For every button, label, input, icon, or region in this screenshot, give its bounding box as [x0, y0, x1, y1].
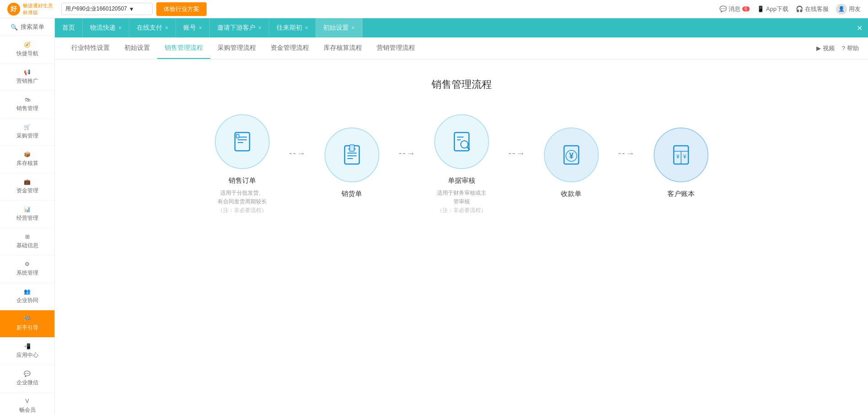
- wechat-icon: 💬: [24, 371, 31, 377]
- grid-icon: ⊞: [25, 234, 30, 240]
- nav-tab-logistics[interactable]: 物流快递 ×: [83, 18, 129, 37]
- sidebar-item-sales[interactable]: 🛍 销售管理: [0, 91, 54, 118]
- users-icon: 👥: [24, 288, 31, 295]
- box-icon: 📦: [24, 151, 31, 158]
- sidebar-item-inventory[interactable]: 📦 库存核算: [0, 146, 54, 173]
- flow-circle-sales-order: [215, 114, 270, 169]
- delivery-order-icon: [340, 143, 364, 167]
- cart-icon: 🛒: [24, 124, 31, 130]
- subtab-purchase-flow[interactable]: 采购管理流程: [210, 37, 263, 59]
- online-service-button[interactable]: 🎧 在线客服: [796, 5, 829, 13]
- nav-tab-close-icon[interactable]: ×: [258, 25, 261, 31]
- flow-circle-ledger: ¥ ¥: [654, 127, 708, 182]
- ledger-icon: ¥ ¥: [669, 143, 693, 167]
- sidebar-item-member[interactable]: V 畅会员: [0, 393, 54, 414]
- content-area: 首页 物流快递 × 在线支付 × 账号 × 邀请下游客户 ×: [55, 18, 868, 414]
- svg-rect-9: [350, 145, 354, 151]
- page-content: 行业特性设置 初始设置 销售管理流程 采购管理流程 资金管理流程: [55, 37, 868, 414]
- subtab-inventory-flow[interactable]: 库存核算流程: [316, 37, 369, 59]
- svg-text:¥: ¥: [682, 154, 686, 160]
- subtab-finance-flow[interactable]: 资金管理流程: [263, 37, 316, 59]
- chevron-down-icon: ▼: [129, 6, 134, 12]
- sidebar-item-marketing[interactable]: 📢 营销推广: [0, 64, 54, 91]
- message-icon: 💬: [719, 5, 727, 12]
- nav-tab-initial-setup[interactable]: 初始设置 ×: [316, 18, 362, 37]
- guide-icon: 🏁: [24, 316, 31, 322]
- messages-button[interactable]: 💬 消息 6: [719, 5, 750, 13]
- user-selector[interactable]: 用户690企业1660120507 ▼: [61, 3, 153, 15]
- sidebar-item-guide[interactable]: 🏁 新手引导: [0, 310, 54, 338]
- user-menu[interactable]: 👤 用友: [836, 4, 861, 15]
- subtab-industry[interactable]: 行业特性设置: [64, 37, 117, 59]
- flow-diagram: 销售订单 适用于分批发货、有合同发货周期较长（注：非必要流程） - - →: [55, 105, 868, 234]
- sidebar-item-operations[interactable]: 📊 经营管理: [0, 201, 54, 228]
- sidebar-item-purchase[interactable]: 🛒 采购管理: [0, 118, 54, 146]
- wallet-icon: 💼: [24, 179, 31, 185]
- app-icon: 📲: [24, 343, 31, 350]
- flow-item-delivery: 销货单: [311, 127, 393, 202]
- sidebar-item-quick-nav[interactable]: 🧭 快捷导航: [0, 36, 54, 64]
- member-icon: V: [25, 398, 29, 404]
- logo-text: 畅捷通好生意 标准版: [23, 2, 53, 16]
- nav-close-all-button[interactable]: ✕: [851, 24, 868, 32]
- page-title: 销售管理流程: [55, 78, 868, 91]
- flow-label: 销售订单: [229, 176, 256, 185]
- nav-tab-close-icon[interactable]: ×: [165, 25, 168, 31]
- flow-label: 收款单: [561, 190, 581, 198]
- sales-order-icon: [230, 130, 254, 154]
- nav-tab-close-icon[interactable]: ×: [351, 25, 355, 31]
- nav-tab-home[interactable]: 首页: [55, 18, 83, 37]
- avatar: 👤: [836, 4, 847, 15]
- trial-button[interactable]: 体验行业方案: [156, 2, 207, 16]
- flow-circle-receipt: ¥: [544, 127, 599, 182]
- flow-circle-audit: [434, 114, 489, 169]
- flow-item-audit: 单据审核 适用于财务审核或主管审核（注：非必要流程）: [421, 114, 503, 215]
- page-title-area: 销售管理流程: [55, 59, 868, 105]
- bag-icon: 🛍: [25, 96, 30, 103]
- sidebar: 🔍 搜索菜单 🧭 快捷导航 📢 营销推广 🛍 销售管理 🛒 采购管理 📦: [0, 18, 55, 414]
- help-button[interactable]: ? 帮助: [842, 44, 859, 53]
- flow-label: 销货单: [341, 190, 362, 198]
- flow-arrow-2: - - →: [393, 148, 421, 181]
- flow-label: 单据审核: [448, 176, 475, 185]
- sidebar-item-wechat[interactable]: 💬 企业微信: [0, 365, 54, 393]
- nav-tab-account[interactable]: 账号 ×: [176, 18, 210, 37]
- flow-arrow-1: - - →: [283, 148, 311, 181]
- top-bar-left: 好 畅捷通好生意 标准版 用户690企业1660120507 ▼ 体验行业方案: [7, 2, 207, 16]
- megaphone-icon: 📢: [24, 69, 31, 75]
- logo-area: 好 畅捷通好生意 标准版: [7, 2, 58, 16]
- sidebar-item-finance[interactable]: 💼 资金管理: [0, 173, 54, 201]
- sidebar-item-app-center[interactable]: 📲 应用中心: [0, 338, 54, 365]
- sidebar-item-system[interactable]: ⚙ 系统管理: [0, 255, 54, 283]
- flow-desc: 适用于财务审核或主管审核（注：非必要流程）: [437, 189, 486, 215]
- video-button[interactable]: ▶ 视频: [816, 44, 835, 53]
- svg-rect-4: [236, 134, 239, 138]
- nav-tab-payment[interactable]: 在线支付 ×: [129, 18, 176, 37]
- flow-item-sales-order: 销售订单 适用于分批发货、有合同发货周期较长（注：非必要流程）: [201, 114, 283, 215]
- flow-arrow-4: - - →: [612, 148, 640, 181]
- sub-tab-help: ▶ 视频 ? 帮助: [816, 44, 859, 53]
- sub-tabs: 行业特性设置 初始设置 销售管理流程 采购管理流程 资金管理流程: [55, 37, 868, 59]
- nav-tab-invite[interactable]: 邀请下游客户 ×: [210, 18, 269, 37]
- sidebar-item-search[interactable]: 🔍 搜索菜单: [0, 18, 54, 36]
- flow-item-receipt: ¥ 收款单: [530, 127, 612, 202]
- headset-icon: 🎧: [796, 5, 803, 12]
- subtab-sales-flow[interactable]: 销售管理流程: [157, 37, 210, 59]
- app-download-button[interactable]: 📱 App下载: [757, 5, 788, 13]
- sidebar-item-basic-info[interactable]: ⊞ 基础信息: [0, 228, 54, 255]
- sidebar-item-collab[interactable]: 👥 企业协同: [0, 283, 54, 310]
- nav-tab-period[interactable]: 往来期初 ×: [269, 18, 316, 37]
- compass-icon: 🧭: [24, 42, 31, 48]
- nav-tab-close-icon[interactable]: ×: [199, 25, 202, 31]
- download-icon: 📱: [757, 5, 764, 12]
- top-bar: 好 畅捷通好生意 标准版 用户690企业1660120507 ▼ 体验行业方案 …: [0, 0, 868, 18]
- app-container: 好 畅捷通好生意 标准版 用户690企业1660120507 ▼ 体验行业方案 …: [0, 0, 868, 414]
- subtab-initial[interactable]: 初始设置: [117, 37, 157, 59]
- search-icon: 🔍: [11, 24, 18, 31]
- nav-tab-close-icon[interactable]: ×: [305, 25, 308, 31]
- subtab-marketing-flow[interactable]: 营销管理流程: [369, 37, 422, 59]
- nav-tab-close-icon[interactable]: ×: [118, 25, 122, 31]
- flow-label: 客户账本: [667, 190, 695, 198]
- top-bar-right: 💬 消息 6 📱 App下载 🎧 在线客服 👤 用友: [719, 4, 861, 15]
- flow-circle-delivery: [325, 127, 379, 182]
